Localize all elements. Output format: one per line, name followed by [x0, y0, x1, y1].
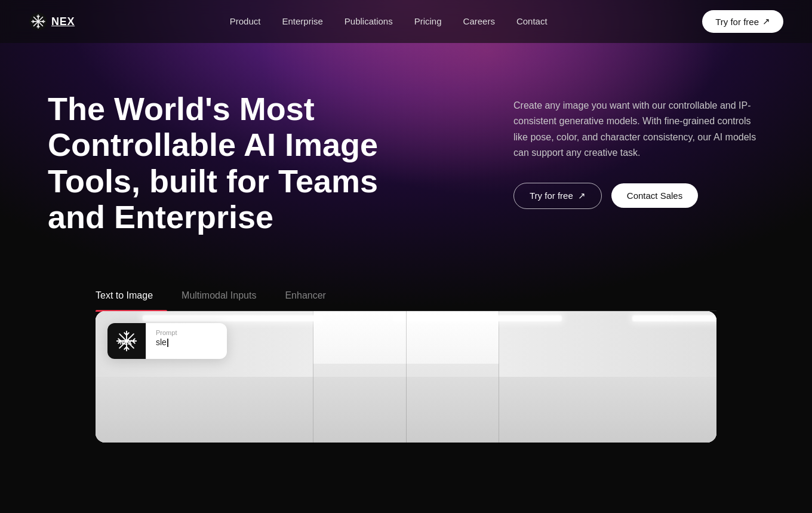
vertical-line-left [313, 311, 313, 443]
hero-top: The World's Most Controllable AI Image T… [48, 91, 764, 235]
tab-enhancer[interactable]: Enhancer [270, 283, 340, 311]
svg-text:NEX: NEX [120, 339, 133, 346]
navbar: NEX Product Enterprise Publications Pric… [0, 0, 812, 43]
hero-description: Create any image you want with our contr… [513, 98, 764, 161]
tab-text-to-image[interactable]: Text to Image [96, 283, 167, 311]
prompt-card-content: Prompt sle [146, 323, 186, 359]
nav-item-careers[interactable]: Careers [463, 16, 495, 26]
hero-content: The World's Most Controllable AI Image T… [0, 43, 812, 443]
hero-section: The World's Most Controllable AI Image T… [0, 0, 812, 513]
arrow-icon: ↗ [578, 191, 586, 201]
logo[interactable]: NEX [29, 12, 75, 31]
hero-buttons: Try for free ↗ Contact Sales [513, 183, 764, 209]
nav-item-publications[interactable]: Publications [345, 16, 393, 26]
nav-item-enterprise[interactable]: Enterprise [282, 16, 322, 26]
hero-try-free-button[interactable]: Try for free ↗ [513, 183, 602, 209]
prompt-card-logo: NEX [107, 323, 146, 359]
nav-item-product[interactable]: Product [230, 16, 261, 26]
ceiling-light-3 [633, 316, 716, 321]
ceiling-light-2 [394, 316, 561, 321]
arrow-icon: ↗ [762, 16, 770, 27]
demo-panel: NEX Prompt sle [96, 311, 716, 443]
hero-contact-sales-button[interactable]: Contact Sales [611, 183, 698, 208]
prompt-card: NEX Prompt sle [107, 323, 227, 359]
vertical-line-right [499, 311, 499, 443]
ceiling-light-1 [143, 316, 322, 321]
hero-title: The World's Most Controllable AI Image T… [48, 91, 418, 235]
hero-right: Create any image you want with our contr… [513, 91, 764, 209]
tab-multimodal-inputs[interactable]: Multimodal Inputs [167, 283, 270, 311]
text-cursor [167, 339, 168, 347]
hero-left: The World's Most Controllable AI Image T… [48, 91, 418, 235]
nav-item-contact[interactable]: Contact [516, 16, 548, 26]
demo-image: NEX Prompt sle [96, 311, 716, 443]
nav-item-pricing[interactable]: Pricing [414, 16, 442, 26]
tabs-list: Text to Image Multimodal Inputs Enhancer [96, 283, 716, 311]
room-floor [96, 377, 716, 443]
prompt-text: sle [156, 337, 177, 347]
logo-text: NEX [51, 16, 75, 28]
prompt-logo-icon: NEX [115, 329, 139, 353]
tabs-section: Text to Image Multimodal Inputs Enhancer [48, 283, 764, 311]
nav-links: Product Enterprise Publications Pricing … [230, 16, 548, 27]
prompt-label: Prompt [156, 329, 177, 336]
logo-icon [29, 12, 48, 31]
nav-try-free-button[interactable]: Try for free ↗ [702, 10, 783, 33]
